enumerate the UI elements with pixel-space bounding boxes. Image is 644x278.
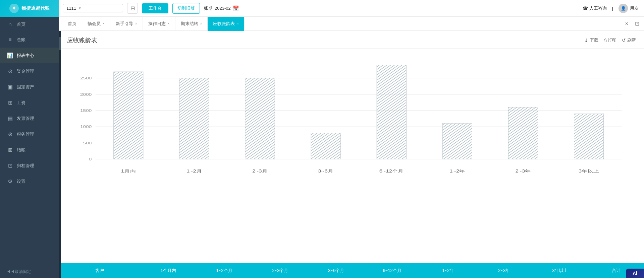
sidebar-label-ledger: 总账 [17, 37, 25, 43]
tab-label-aging: 应收账龄表 [213, 21, 235, 27]
svg-rect-20 [377, 65, 406, 159]
sidebar-item-checkout[interactable]: ⊠ 结账 [0, 142, 59, 158]
sidebar-item-ledger[interactable]: ≡ 总账 [0, 32, 59, 48]
tab-close-guide[interactable]: × [135, 22, 137, 25]
svg-rect-12 [114, 72, 143, 159]
table-header-bar: 客户1个月内1~2个月2~3个月3~6个月6~12个月1~2年2~3年3年以上合… [59, 263, 644, 278]
svg-text:2~3年: 2~3年 [515, 169, 531, 173]
download-button[interactable]: ⤓ 下载 [584, 37, 598, 43]
svg-rect-14 [179, 78, 209, 159]
window-expand-button[interactable]: ⊡ [634, 20, 641, 27]
download-icon: ⤓ [584, 38, 588, 43]
svg-text:1000: 1000 [80, 125, 92, 129]
sidebar-item-salary[interactable]: ⊞ 工资 [0, 95, 59, 111]
sidebar-scrollbar-thumb [59, 37, 61, 50]
cancel-fixed-button[interactable]: ◀◀取消固定 [0, 266, 59, 278]
sidebar-icon-tax: ⊛ [7, 131, 13, 137]
sidebar-item-tax[interactable]: ⊛ 税务管理 [0, 126, 59, 142]
tab-oplog[interactable]: 操作日志× [143, 17, 175, 31]
svg-rect-18 [311, 133, 340, 159]
switch-version-button[interactable]: 切到旧版 [172, 3, 200, 14]
sidebar-label-checkout: 结账 [17, 147, 25, 153]
sidebar-item-home[interactable]: ⌂ 首页 [0, 17, 59, 32]
avatar: 👤 [619, 4, 628, 13]
tab-guide[interactable]: 新手引导× [110, 17, 143, 31]
svg-rect-16 [245, 78, 275, 159]
tab-period-end[interactable]: 期末结转× [175, 17, 208, 31]
company-name: 1111 [66, 6, 76, 11]
svg-text:1~2月: 1~2月 [186, 169, 202, 173]
ai-badge[interactable]: Ai [626, 269, 644, 278]
page-actions: ⤓ 下载 ⎙ 打印 ↺ 刷新 [584, 37, 636, 43]
sidebar-item-invoice[interactable]: ▤ 发票管理 [0, 111, 59, 126]
tabs-right-actions: × ⊡ [624, 20, 641, 27]
tab-label-member: 畅会员 [88, 21, 101, 27]
copy-button[interactable]: ⊟ [127, 3, 138, 14]
svg-text:3年以上: 3年以上 [579, 169, 599, 173]
sidebar-scrollbar-track[interactable] [59, 17, 61, 278]
sidebar-label-tax: 税务管理 [17, 131, 34, 137]
svg-text:2500: 2500 [80, 76, 92, 80]
tab-label-home: 首页 [68, 21, 76, 27]
main-layout: ⌂ 首页 ≡ 总账 📊 报表中心 ⊙ 资金管理 ▣ 固定资产 ⊞ 工资 ▤ 发票… [0, 17, 644, 278]
sidebar-item-funds[interactable]: ⊙ 资金管理 [0, 63, 59, 79]
table-col-8: 3年以上 [532, 268, 588, 274]
user-name: 用友 [630, 5, 639, 11]
svg-text:0: 0 [89, 157, 92, 161]
company-selector[interactable]: 1111 ▼ [63, 4, 123, 12]
tab-aging[interactable]: 应收账龄表× [208, 17, 245, 31]
company-dropdown-arrow: ▼ [78, 6, 82, 10]
svg-text:500: 500 [83, 141, 92, 145]
sidebar-item-reports[interactable]: 📊 报表中心 [0, 48, 59, 63]
window-close-button[interactable]: × [624, 21, 630, 27]
tab-close-period-end[interactable]: × [200, 22, 202, 25]
sidebar-icon-reports: 📊 [7, 52, 13, 59]
content-area: 首页畅会员×新手引导×操作日志×期末结转×应收账龄表× × ⊡ 应收账龄表 ⤓ … [59, 17, 644, 278]
tab-home[interactable]: 首页 [62, 17, 82, 31]
print-label: 打印 [608, 37, 616, 43]
sidebar-wrapper: ⌂ 首页 ≡ 总账 📊 报表中心 ⊙ 资金管理 ▣ 固定资产 ⊞ 工资 ▤ 发票… [0, 17, 59, 278]
table-col-4: 3~6个月 [308, 268, 364, 274]
workbench-button[interactable]: 工作台 [142, 3, 168, 13]
table-col-2: 1~2个月 [196, 268, 252, 274]
print-icon: ⎙ [604, 38, 606, 43]
user-area[interactable]: 👤 用友 [619, 4, 639, 13]
sidebar-label-salary: 工资 [17, 100, 25, 106]
sidebar-icon-salary: ⊞ [7, 99, 13, 106]
table-col-3: 2~3个月 [252, 268, 308, 274]
tab-label-guide: 新手引导 [116, 21, 133, 27]
logo-text: 畅捷通易代账 [21, 5, 50, 11]
sidebar-label-home: 首页 [17, 21, 25, 27]
avatar-icon: 👤 [621, 6, 626, 11]
tab-close-member[interactable]: × [103, 22, 105, 25]
header-right: ☎ 人工咨询 | 👤 用友 [583, 4, 639, 13]
sidebar-icon-funds: ⊙ [7, 68, 13, 74]
sidebar-label-assets: 固定资产 [17, 84, 34, 90]
refresh-button[interactable]: ↺ 刷新 [622, 37, 636, 43]
tab-close-oplog[interactable]: × [168, 22, 170, 25]
sidebar-icon-checkout: ⊠ [7, 147, 13, 153]
svg-text:2~3月: 2~3月 [252, 169, 268, 173]
sidebar-item-settings[interactable]: ⚙ 设置 [0, 173, 59, 189]
logo-icon: ✦ [9, 4, 19, 13]
sidebar-icon-home: ⌂ [7, 21, 13, 27]
svg-text:6~12个月: 6~12个月 [379, 169, 404, 173]
tab-close-aging[interactable]: × [237, 22, 239, 25]
period-label: 账期 [204, 5, 213, 11]
table-col-5: 6~12个月 [364, 268, 420, 274]
calendar-icon[interactable]: 📅 [233, 5, 239, 11]
consult-button[interactable]: ☎ 人工咨询 [583, 5, 607, 11]
tab-member[interactable]: 畅会员× [82, 17, 110, 31]
refresh-label: 刷新 [627, 37, 636, 43]
print-button[interactable]: ⎙ 打印 [604, 37, 616, 43]
table-col-6: 1~2年 [420, 268, 476, 274]
sidebar-icon-assets: ▣ [7, 84, 13, 90]
sidebar-label-settings: 设置 [17, 179, 25, 185]
copy-icon: ⊟ [130, 5, 135, 11]
sidebar-label-invoice: 发票管理 [17, 116, 34, 122]
sidebar-item-assets[interactable]: ▣ 固定资产 [0, 79, 59, 95]
table-col-0: 客户 [59, 268, 140, 274]
sidebar-item-archive[interactable]: ⊡ 归档管理 [0, 158, 59, 173]
svg-rect-24 [508, 107, 538, 159]
svg-rect-26 [574, 114, 603, 159]
